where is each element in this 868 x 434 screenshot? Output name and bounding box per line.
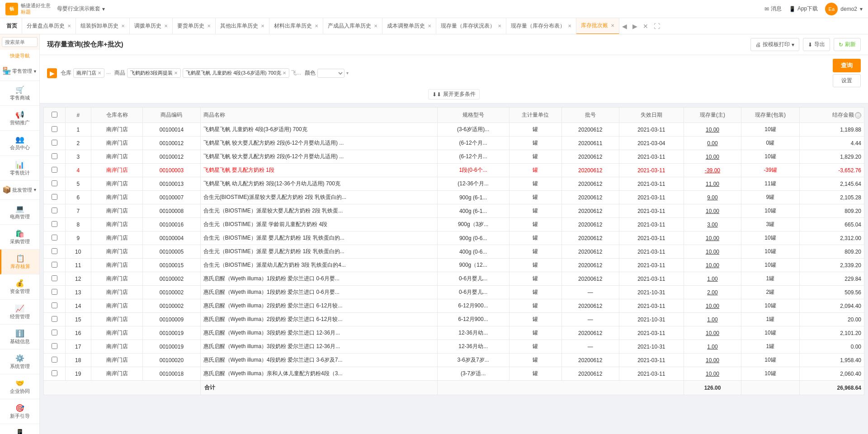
row-stock-main[interactable]: 10.00	[684, 326, 741, 340]
row-stock-main[interactable]: 10.00	[684, 299, 741, 313]
tab-zu-zhuang[interactable]: 组装拆卸单历史 ✕	[76, 18, 130, 34]
sidebar-item-finance[interactable]: 💰 资金管理	[0, 274, 39, 299]
tab-prev-button[interactable]: ◀	[619, 23, 630, 30]
row-checkbox[interactable]	[44, 259, 66, 272]
row-stock-main[interactable]: 9.00	[684, 191, 741, 204]
row-checkbox[interactable]	[44, 286, 66, 299]
row-stock-main[interactable]: 1.00	[684, 340, 741, 354]
row-select[interactable]	[52, 357, 57, 363]
row-select[interactable]	[52, 126, 57, 132]
row-checkbox[interactable]	[44, 137, 66, 150]
row-select[interactable]	[52, 302, 57, 308]
color-select[interactable]	[317, 69, 344, 78]
tab-close-icon[interactable]: ✕	[428, 24, 431, 28]
expand-more-button[interactable]: ⬇⬇ 展开更多条件	[428, 89, 480, 99]
row-checkbox[interactable]	[44, 367, 66, 381]
tab-cost-adjust[interactable]: 成本调整单历史 ✕	[382, 18, 436, 34]
sidebar-item-inventory[interactable]: 📋 库存核算	[0, 250, 39, 274]
tab-maximize-button[interactable]: ⛶	[651, 23, 663, 30]
row-stock-main[interactable]: 10.00	[684, 245, 741, 259]
export-button[interactable]: ⬇ 导出	[803, 38, 830, 51]
row-select[interactable]	[52, 167, 57, 173]
row-select[interactable]	[52, 208, 57, 213]
product-tag-1-remove[interactable]: ✕	[174, 71, 178, 75]
tab-diao-bo[interactable]: 调拨单历史 ✕	[130, 18, 173, 34]
row-stock-main[interactable]: 10.00	[684, 231, 741, 245]
row-stock-main[interactable]: 2.00	[684, 286, 741, 299]
sidebar-item-guide[interactable]: 🎯 新手引导	[0, 399, 39, 424]
sidebar-item-purchase[interactable]: 🛍️ 采购管理	[0, 225, 39, 250]
query-button[interactable]: 查询	[833, 59, 861, 72]
row-stock-main[interactable]: 10.00	[684, 150, 741, 164]
product-tag-2-remove[interactable]: ✕	[283, 71, 286, 75]
row-checkbox[interactable]	[44, 191, 66, 204]
search-input[interactable]	[2, 37, 38, 47]
tab-batch-account[interactable]: 库存批次账 ✕	[576, 18, 619, 34]
row-stock-main[interactable]: 10.00	[684, 204, 741, 218]
row-checkbox[interactable]	[44, 150, 66, 164]
row-select[interactable]	[52, 153, 57, 159]
tab-close-icon[interactable]: ✕	[374, 24, 377, 28]
row-checkbox[interactable]	[44, 354, 66, 367]
row-select[interactable]	[52, 194, 57, 200]
row-checkbox[interactable]	[44, 177, 66, 191]
tab-stock-dist[interactable]: 现存量（库存分布表） ✕	[506, 18, 576, 34]
app-download-button[interactable]: 📱 App下载	[789, 5, 818, 13]
row-stock-main[interactable]: 1.00	[684, 313, 741, 326]
row-select[interactable]	[52, 248, 57, 254]
sidebar-item-wholesale[interactable]: 📦 批发管理 ▼	[0, 181, 39, 200]
tab-close-icon[interactable]: ✕	[568, 24, 571, 28]
row-stock-main[interactable]: 10.00	[684, 123, 741, 137]
balance-info-icon[interactable]: ⓘ	[855, 112, 861, 118]
row-checkbox[interactable]	[44, 340, 66, 354]
tab-close-icon[interactable]: ✕	[498, 24, 501, 28]
row-stock-main[interactable]: 10.00	[684, 354, 741, 367]
row-select[interactable]	[52, 289, 57, 295]
row-stock-main[interactable]: 10.00	[684, 259, 741, 272]
tab-next-button[interactable]: ▶	[630, 23, 640, 30]
sidebar-item-retail-mgmt[interactable]: 🏪 零售管理 ▼	[0, 62, 39, 81]
row-select[interactable]	[52, 262, 57, 268]
row-select[interactable]	[52, 140, 57, 146]
product-more[interactable]: 飞...	[291, 69, 301, 77]
tab-close-icon[interactable]: ✕	[611, 23, 614, 28]
tab-stock-status[interactable]: 现存量（库存状况表） ✕	[436, 18, 506, 34]
tab-close-icon[interactable]: ✕	[164, 24, 168, 28]
tab-close-icon[interactable]: ✕	[261, 24, 264, 28]
tab-close-icon[interactable]: ✕	[207, 24, 211, 28]
warehouse-more[interactable]: ···	[106, 70, 111, 76]
tab-close-icon[interactable]: ✕	[315, 24, 318, 28]
tab-other-out[interactable]: 其他出库单历史 ✕	[216, 18, 269, 34]
warehouse-tag-remove[interactable]: ✕	[98, 71, 101, 75]
settings-button[interactable]: 设置	[833, 74, 861, 87]
tab-close-icon[interactable]: ✕	[121, 24, 125, 28]
user-area[interactable]: Ea demo2 ▾	[825, 3, 863, 15]
row-select[interactable]	[52, 275, 57, 281]
tab-material-out[interactable]: 材料出库单历史 ✕	[269, 18, 323, 34]
row-stock-main[interactable]: 3.00	[684, 218, 741, 231]
row-select[interactable]	[52, 343, 57, 349]
row-checkbox[interactable]	[44, 218, 66, 231]
row-stock-main[interactable]: 11.00	[684, 177, 741, 191]
row-checkbox[interactable]	[44, 245, 66, 259]
tab-yao-huo[interactable]: 要货单历史 ✕	[173, 18, 216, 34]
select-all-checkbox[interactable]	[52, 112, 57, 118]
row-checkbox[interactable]	[44, 204, 66, 218]
row-checkbox[interactable]	[44, 313, 66, 326]
print-button[interactable]: 🖨 按模板打印 ▾	[750, 38, 799, 51]
sidebar-item-retail-mall[interactable]: 🛒 零售商城	[0, 81, 39, 106]
row-stock-main[interactable]: 0.00	[684, 137, 741, 150]
tab-close-icon[interactable]: ✕	[67, 24, 71, 28]
row-select[interactable]	[52, 330, 57, 335]
filter-expand-button[interactable]: ▶	[47, 68, 57, 78]
sidebar-item-collab[interactable]: 🤝 企业协同	[0, 374, 39, 399]
row-select[interactable]	[52, 235, 57, 241]
sidebar-item-member[interactable]: 👥 会员中心	[0, 131, 39, 156]
row-select[interactable]	[52, 370, 57, 376]
row-checkbox[interactable]	[44, 164, 66, 177]
industry-selector[interactable]: 母婴行业演示账套 ▾	[57, 5, 105, 13]
tab-fen-liang[interactable]: 分量盘点单历史 ✕	[22, 18, 76, 34]
row-checkbox[interactable]	[44, 231, 66, 245]
row-stock-main[interactable]: 10.00	[684, 367, 741, 381]
row-checkbox[interactable]	[44, 299, 66, 313]
